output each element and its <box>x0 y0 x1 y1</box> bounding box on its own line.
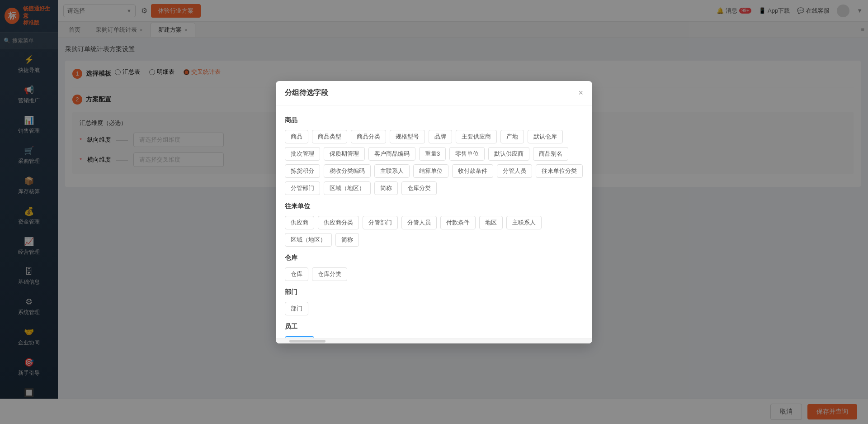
tag-shangpin-lx[interactable]: 商品类型 <box>312 130 347 143</box>
tag-tihuo-jf[interactable]: 拣货积分 <box>285 164 320 178</box>
tag-group-wanglai: 供应商 供应商分类 分管部门 分管人员 付款条件 地区 主联系人 区域（地区） … <box>285 216 583 247</box>
tag-quyu-dq[interactable]: 区域（地区） <box>324 181 371 195</box>
tag-zhu-lxr[interactable]: 主联系人 <box>374 164 410 178</box>
modal-hscrollbar[interactable] <box>276 338 592 343</box>
tag-lingshou-dw[interactable]: 零售单位 <box>449 147 485 161</box>
modal-title: 分组待选字段 <box>285 88 328 98</box>
section-title-goods: 商品 <box>285 116 583 124</box>
tag-chandi[interactable]: 产地 <box>500 130 524 143</box>
tag-ck-fl[interactable]: 仓库分类 <box>312 267 347 281</box>
modal-hscrollbar-thumb[interactable] <box>289 340 326 343</box>
tag-jiesuan-dw[interactable]: 结算单位 <box>413 164 448 178</box>
tag-ck[interactable]: 仓库 <box>285 267 308 281</box>
tag-baozhiqi-gl[interactable]: 保质期管理 <box>324 147 365 161</box>
tag-gys[interactable]: 供应商 <box>285 216 314 229</box>
tag-group-bumen: 部门 <box>285 302 583 315</box>
tag-gys-fl[interactable]: 供应商分类 <box>318 216 359 229</box>
tag-shangpin[interactable]: 商品 <box>285 130 308 143</box>
tag-jiancheng[interactable]: 简称 <box>374 181 398 195</box>
tag-wanglai-fl[interactable]: 往来单位分类 <box>536 164 583 178</box>
tag-cangku-fl[interactable]: 仓库分类 <box>401 181 437 195</box>
tag-fenguan-ry[interactable]: 分管人员 <box>497 164 532 178</box>
modal-overlay: 分组待选字段 × 商品 商品 商品类型 商品分类 规格型号 品牌 主要供应商 产… <box>0 0 868 424</box>
tag-ywy[interactable]: 业务员 <box>285 336 314 338</box>
modal-body: 商品 商品 商品类型 商品分类 规格型号 品牌 主要供应商 产地 默认仓库 批次… <box>276 105 592 338</box>
tag-fg-ry[interactable]: 分管人员 <box>401 216 437 229</box>
tag-pici-gl[interactable]: 批次管理 <box>285 147 320 161</box>
tag-pinpai[interactable]: 品牌 <box>429 130 452 143</box>
tag-group-goods: 商品 商品类型 商品分类 规格型号 品牌 主要供应商 产地 默认仓库 批次管理 … <box>285 130 583 195</box>
tag-bm[interactable]: 部门 <box>285 302 308 315</box>
tag-zhu-lxr2[interactable]: 主联系人 <box>506 216 542 229</box>
tag-zhuyao-gys[interactable]: 主要供应商 <box>456 130 497 143</box>
tag-zhifu-tj[interactable]: 收付款条件 <box>452 164 493 178</box>
tag-zhongliang3[interactable]: 重量3 <box>419 147 446 161</box>
section-title-bumen: 部门 <box>285 288 583 296</box>
modal-dialog: 分组待选字段 × 商品 商品 商品类型 商品分类 规格型号 品牌 主要供应商 产… <box>276 81 592 343</box>
section-title-cangku: 仓库 <box>285 254 583 262</box>
tag-shuishou-flbm[interactable]: 税收分类编码 <box>324 164 371 178</box>
tag-group-cangku: 仓库 仓库分类 <box>285 267 583 281</box>
section-title-yuangong: 员工 <box>285 323 583 331</box>
tag-shangpin-fl[interactable]: 商品分类 <box>351 130 386 143</box>
modal-close-btn[interactable]: × <box>578 88 583 98</box>
tag-fg-bm[interactable]: 分管部门 <box>363 216 398 229</box>
tag-moren-gys[interactable]: 默认供应商 <box>488 147 529 161</box>
tag-dq[interactable]: 地区 <box>479 216 503 229</box>
tag-jc[interactable]: 简称 <box>335 233 359 247</box>
tag-fk-tj[interactable]: 付款条件 <box>440 216 476 229</box>
tag-moren-ck[interactable]: 默认仓库 <box>528 130 563 143</box>
tag-fenguan-bm[interactable]: 分管部门 <box>285 181 320 195</box>
tag-kehu-spbm[interactable]: 客户商品编码 <box>368 147 415 161</box>
tag-guige-xm[interactable]: 规格型号 <box>390 130 425 143</box>
modal-header: 分组待选字段 × <box>276 81 592 105</box>
section-title-wanglai: 往来单位 <box>285 202 583 210</box>
tag-shangpin-bm[interactable]: 商品别名 <box>533 147 568 161</box>
tag-group-yuangong: 业务员 <box>285 336 583 338</box>
tag-qy-dq[interactable]: 区域（地区） <box>285 233 332 247</box>
